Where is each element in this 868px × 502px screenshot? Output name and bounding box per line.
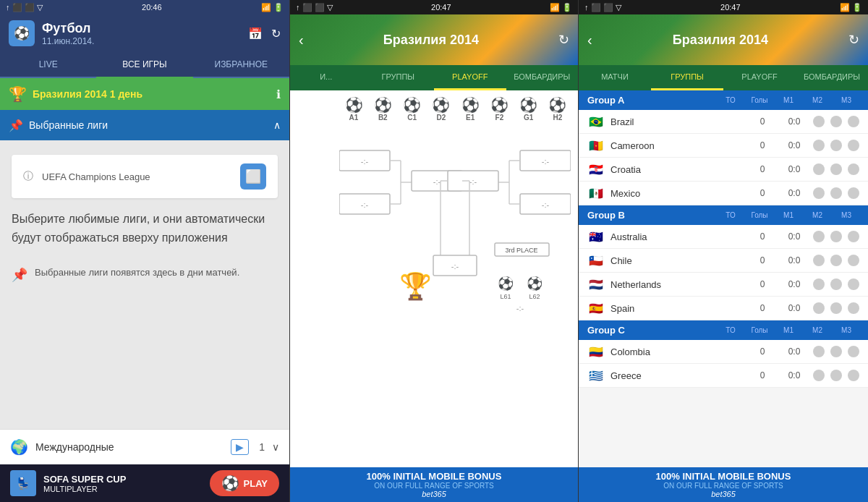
calendar-icon[interactable]: 📅 [248,27,263,41]
p3-nav: МАТЧИ ГРУППЫ PLAYOFF БОМБАРДИРЫ [579,65,868,90]
p1-content: ⓘ UEFA Champions League ⬜ Выберите любим… [0,140,289,429]
team-dot-aus-m3 [848,231,859,242]
p3-header: ‹ Бразилия 2014 ↻ [579,14,868,65]
team-dot-brazil-m3 [848,116,859,127]
slot-f2: ⚽F2 [485,96,514,122]
league-add-btn[interactable]: ⬜ [240,163,266,190]
team-dot-esp-m1 [813,302,825,314]
team-row-spain[interactable]: 🇪🇸 Spain 0 0:0 [579,297,868,320]
p3-banner-line2: ON OUR FULL RANGE OF SPORTS [584,482,862,490]
flag-australia: 🇦🇺 [587,231,605,242]
team-name-mexico: Mexico [610,188,744,199]
brasil-banner[interactable]: 🏆 Бразилия 2014 1 день ℹ [0,78,289,110]
team-name-greece: Greece [610,370,744,381]
back-arrow-2[interactable]: ‹ [299,32,304,48]
team-goly-cameroon: 0:0 [781,140,807,150]
slot-a1: ⚽A1 [339,96,368,122]
banner-line1: SOFA SUPER CUP [43,474,203,485]
svg-text:🏆: 🏆 [399,271,432,302]
league-item[interactable]: ⓘ UEFA Champions League ⬜ [12,155,278,198]
p3-bottom-banner: 100% INITIAL MOBILE BONUS ON OUR FULL RA… [579,467,868,502]
col-to-b: TO [718,211,744,219]
status-right-info-1: 📶 🔋 [261,3,284,12]
international-label: Международные [35,441,224,453]
p2-brand: bet365 [296,490,572,498]
team-row-australia[interactable]: 🇦🇺 Australia 0 0:0 [579,225,868,249]
col-m2: M2 [804,96,830,104]
status-time-3: 20:47 [720,3,741,12]
p2-banner-line1: 100% INITIAL MOBILE BONUS [296,471,572,482]
team-dot-croatia-m2 [830,163,842,175]
p2-title: Бразилия 2014 [311,33,551,48]
p1-title: Футбол [42,21,241,36]
p3-nav-scorers[interactable]: БОМБАРДИРЫ [796,65,868,90]
p3-nav-playoff[interactable]: PLAYOFF [723,65,796,90]
slot-b2: ⚽B2 [368,96,397,122]
play-button[interactable]: ▶ [231,439,249,455]
team-to-australia: 0 [749,231,775,242]
team-row-greece[interactable]: 🇬🇷 Greece 0 0:0 [579,364,868,388]
p2-nav-scorers[interactable]: БОМБАРДИРЫ [506,65,579,90]
status-bar-2: ↑ ⬛ ⬛ ▽ 20:47 📶 🔋 [290,0,578,14]
bottom-banner-1[interactable]: 💺 SOFA SUPER CUP MULTIPLAYER ⚽ PLAY [0,464,289,502]
p3-nav-groups[interactable]: ГРУППЫ [651,65,723,90]
p2-nav-matches[interactable]: И... [290,65,362,90]
favorite-header[interactable]: 📌 Выбранные лиги ∧ [0,110,289,140]
refresh-icon-3[interactable]: ↻ [848,32,859,48]
status-right-3: 📶 🔋 [840,3,862,12]
empty-message: Выберите любимые лиги, и они автоматичес… [12,210,278,247]
col-m1-c: M1 [775,326,801,334]
team-row-chile[interactable]: 🇨🇱 Chile 0 0:0 [579,249,868,273]
team-to-netherlands: 0 [749,279,775,289]
p3-nav-matches[interactable]: МАТЧИ [579,65,651,90]
p2-header: ‹ Бразилия 2014 ↻ [290,14,578,65]
team-goly-spain: 0:0 [781,303,807,313]
team-dot-ned-m2 [830,278,842,290]
p2-bottom-banner: 100% INITIAL MOBILE BONUS ON OUR FULL RA… [290,467,578,502]
international-row[interactable]: 🌍 Международные ▶ 1 ∨ [0,429,289,464]
slot-e1: ⚽E1 [456,96,485,122]
team-row-colombia[interactable]: 🇨🇴 Colombia 0 0:0 [579,340,868,364]
p3-title: Бразилия 2014 [600,33,841,48]
slot-h2: ⚽H2 [543,96,572,122]
team-row-croatia[interactable]: 🇭🇷 Croatia 0 0:0 [579,158,868,182]
flag-cameroon: 🇨🇲 [587,140,605,151]
team-to-mexico: 0 [749,188,775,198]
info-icon[interactable]: ℹ [276,88,281,101]
col-goly-c: Голы [746,326,773,334]
team-dot-mexico-m2 [830,187,842,199]
team-dot-mexico-m3 [848,187,859,199]
p1-nav: LIVE ВСЕ ИГРЫ ИЗБРАННОЕ [0,52,289,78]
svg-text:-:-: -:- [516,304,524,312]
team-goly-croatia: 0:0 [781,164,807,174]
team-row-mexico[interactable]: 🇲🇽 Mexico 0 0:0 [579,182,868,205]
nav-item-all-games[interactable]: ВСЕ ИГРЫ [96,52,192,78]
bracket-svg: -:- -:- -:- -:- [339,129,571,461]
col-m3-c: M3 [833,326,859,334]
flag-colombia: 🇨🇴 [587,346,605,357]
refresh-icon-2[interactable]: ↻ [558,32,569,48]
team-name-brazil: Brazil [610,116,744,127]
team-row-brazil[interactable]: 🇧🇷 Brazil 0 0:0 [579,110,868,134]
team-dot-col-m2 [830,346,842,357]
team-row-netherlands[interactable]: 🇳🇱 Netherlands 0 0:0 [579,273,868,297]
status-time-2: 20:47 [431,3,451,12]
back-arrow-3[interactable]: ‹ [587,32,592,48]
nav-item-live[interactable]: LIVE [0,52,96,78]
svg-text:-:-: -:- [361,200,369,209]
bracket-container: ⚽A1 ⚽B2 ⚽C1 ⚽D2 ⚽E1 ⚽F2 ⚽G1 ⚽H2 -:- -:- [290,90,578,467]
team-row-cameroon[interactable]: 🇨🇲 Cameroon 0 0:0 [579,134,868,158]
chevron-up-icon[interactable]: ∧ [273,119,281,131]
nav-item-favorites[interactable]: ИЗБРАННОЕ [193,52,289,78]
svg-text:-:-: -:- [361,157,369,166]
col-m3: M3 [833,96,859,104]
chevron-down-icon[interactable]: ∨ [272,441,279,453]
team-name-australia: Australia [610,231,744,242]
sofa-play-button[interactable]: ⚽ PLAY [210,470,279,496]
brasil-text-day: 1 день [110,88,142,100]
slot-c1: ⚽C1 [398,96,427,122]
p2-nav-groups[interactable]: ГРУППЫ [362,65,435,90]
flag-mexico: 🇲🇽 [587,187,605,199]
p2-nav-playoff[interactable]: PLAYOFF [434,65,506,90]
refresh-icon[interactable]: ↻ [271,27,281,41]
